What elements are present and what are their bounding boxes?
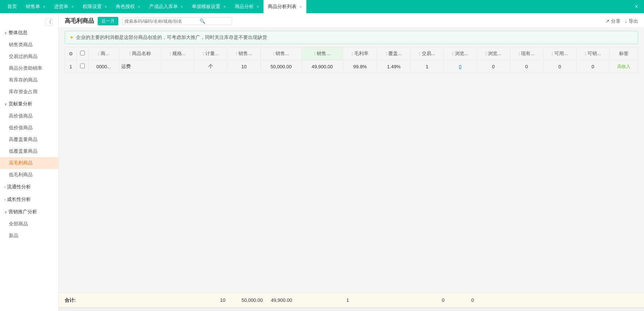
nav-permission[interactable]: 权限设置 × [78,0,111,13]
main-layout: 《 ∨ 整体信息 销售类商品 交易过的商品 商品分类助销率 有库存的商品 库存资… [0,13,644,311]
close-all-button[interactable]: × [632,3,641,10]
sidebar-item-low-coverage[interactable]: 低覆盖量商品 [0,145,58,157]
nav-analysis-list[interactable]: 商品分析列表 × [263,0,306,13]
content-area: 高毛利商品 近一月 🔍 ↗ 分享 ↓ 导出 ✦ 企业的主要的利润都是这部分商品创… [59,13,644,311]
sidebar-item-new-goods[interactable]: 新品 [0,230,58,242]
col-spec[interactable]: : 规格... [161,47,194,60]
close-analysis-list-icon[interactable]: × [299,4,302,9]
cell-code: 0000... [89,60,119,73]
sidebar-group-overall-items: 销售类商品 交易过的商品 商品分类助销率 有库存的商品 库存资金占用 [0,39,58,98]
nav-template[interactable]: 单据模板设置 × [187,0,230,13]
col-gross-margin[interactable]: : 毛利率 [343,47,377,60]
col-checkbox [77,47,89,60]
share-button[interactable]: ↗ 分享 [605,18,620,25]
col-code[interactable]: : 商... [89,47,119,60]
export-button[interactable]: ↓ 导出 [625,18,638,25]
sidebar-group-marketing-items: 全部商品 新品 [0,218,58,242]
sidebar-group-contribution[interactable]: ∨ 贡献量分析 [0,98,58,110]
sidebar-item-low-margin[interactable]: 低毛利商品 [0,169,58,181]
contribution-arrow-icon: ∨ [4,102,7,106]
col-coverage[interactable]: : 覆盖... [377,47,410,60]
search-icon[interactable]: 🔍 [199,18,205,24]
sidebar-item-high-margin[interactable]: 高毛利商品 [0,157,58,169]
nav-sales[interactable]: 销售单 × [21,0,50,13]
nav-home[interactable]: 首页 [3,0,21,13]
export-icon: ↓ [625,18,627,24]
col-settings[interactable]: ⚙ [65,47,77,60]
sidebar-item-high-coverage[interactable]: 高覆盖量商品 [0,134,58,145]
sidebar-group-growth[interactable]: › 成长性分析 [0,193,58,206]
col-name[interactable]: : 商品名称 [119,47,161,60]
content-header: 高毛利商品 近一月 🔍 ↗ 分享 ↓ 导出 [59,13,644,28]
col-available[interactable]: : 可用... [543,47,576,60]
cell-gross-margin: 99.8% [343,60,377,73]
cell-checkbox [77,60,89,73]
circulation-arrow-icon: › [4,185,6,189]
footer-sale-amount: 50,000.00 [237,297,267,303]
sidebar-collapse-button[interactable]: 《 [45,18,53,26]
sidebar-group-overall[interactable]: ∨ 整体信息 [0,26,58,39]
close-analysis-icon[interactable]: × [257,4,259,9]
growth-arrow-icon: › [4,198,6,202]
sidebar-item-stock-goods[interactable]: 有库存的商品 [0,74,58,86]
col-trade[interactable]: : 交易... [410,47,443,60]
nav-role[interactable]: 角色授权 × [111,0,144,13]
share-icon: ↗ [605,18,609,24]
footer-sale-qty: 10 [208,297,237,303]
nav-inbound[interactable]: 产成品入库单 × [145,0,187,13]
footer-bar: 合计: 10 50,000.00 49,900.00 1 0 0 [59,293,644,307]
close-purchase-icon[interactable]: × [71,4,73,9]
sidebar-item-sales-goods[interactable]: 销售类商品 [0,39,58,51]
overall-arrow-icon: ∨ [4,31,7,35]
search-input[interactable] [125,19,198,24]
cell-spec [161,60,194,73]
data-table: ⚙ : 商... : 商品名称 [65,47,638,73]
sidebar-group-circulation[interactable]: › 流通性分析 [0,181,58,193]
sidebar-item-stock-capital[interactable]: 库存资金占用 [0,86,58,98]
footer-trade: 1 [333,297,362,303]
col-unit[interactable]: : 计量... [194,47,227,60]
close-permission-icon[interactable]: × [105,4,107,9]
sidebar-item-low-value[interactable]: 低价值商品 [0,122,58,134]
sidebar-item-all-goods[interactable]: 全部商品 [0,218,58,230]
col-sellable[interactable]: : 可销... [576,47,609,60]
row-checkbox[interactable] [80,64,85,68]
col-sale-amount[interactable]: : 销售... [260,47,302,60]
sidebar-item-traded-goods[interactable]: 交易过的商品 [0,51,58,62]
close-sales-icon[interactable]: × [43,4,45,9]
footer-current: 0 [428,297,458,303]
search-box: 🔍 [122,17,232,25]
col-sale-cost[interactable]: : 销售... [302,47,343,60]
cell-name: 运费 [119,60,161,73]
cell-current: 0 [510,60,543,73]
cell-browse2: 0 [477,60,510,73]
cell-coverage: 1.49% [377,60,410,73]
sidebar-group-marketing[interactable]: ∨ 营销推广分析 [0,206,58,218]
close-role-icon[interactable]: × [138,4,140,9]
footer-label: 合计: [65,297,76,304]
top-nav: 首页 销售单 × 进货单 × 权限设置 × 角色授权 × 产成品入库单 × 单据… [0,0,644,13]
select-all-checkbox[interactable] [80,51,85,55]
page-title: 高毛利商品 [65,17,94,25]
header-actions: ↗ 分享 ↓ 导出 [605,18,638,25]
nav-purchase[interactable]: 进货单 × [50,0,78,13]
col-browse1[interactable]: : 浏览... [443,47,476,60]
close-template-icon[interactable]: × [223,4,226,9]
footer-values: 10 50,000.00 49,900.00 1 0 0 [83,297,487,303]
col-current[interactable]: : 现有... [510,47,543,60]
table-wrapper: ⚙ : 商... : 商品名称 [59,47,644,293]
sidebar: 《 ∨ 整体信息 销售类商品 交易过的商品 商品分类助销率 有库存的商品 库存资… [0,13,59,311]
sidebar-item-high-value[interactable]: 高价值商品 [0,110,58,122]
col-browse2[interactable]: : 浏览... [477,47,510,60]
col-sale-qty[interactable]: : 销售... [227,47,260,60]
cell-browse1[interactable]: 0 [443,60,476,73]
footer-sale-cost: 49,900.00 [267,297,296,303]
nav-analysis[interactable]: 商品分析 × [230,0,263,13]
close-inbound-icon[interactable]: × [181,4,183,9]
cell-sale-qty: 10 [227,60,260,73]
horizontal-scrollbar[interactable] [59,307,644,311]
cell-available: 0 [543,60,576,73]
col-tag[interactable]: 标签 [609,47,638,60]
sidebar-item-category-rate[interactable]: 商品分类助销率 [0,62,58,74]
filter-recent-month-button[interactable]: 近一月 [98,17,118,25]
